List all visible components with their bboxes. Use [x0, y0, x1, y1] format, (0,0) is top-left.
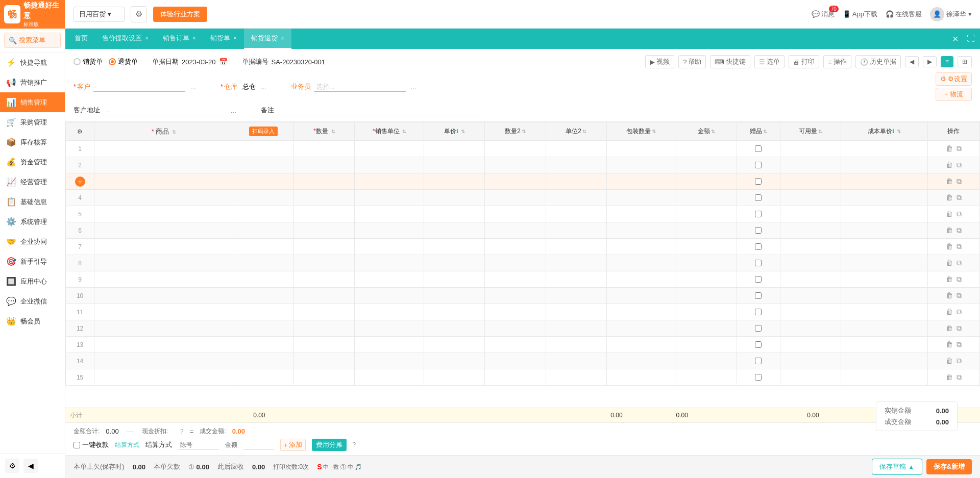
- available-cell[interactable]: [780, 288, 841, 304]
- expense-help-icon[interactable]: ?: [353, 441, 356, 448]
- quantity2-cell[interactable]: [485, 141, 546, 157]
- shortcut-btn[interactable]: ⌨ 快捷键: [710, 55, 750, 68]
- sidebar-item-apps[interactable]: 🔲 应用中心: [0, 271, 65, 291]
- sale-unit-cell[interactable]: [355, 369, 424, 386]
- cost-price-cell[interactable]: [841, 157, 927, 173]
- quantity-cell[interactable]: [294, 173, 355, 190]
- quantity2-cell[interactable]: [485, 271, 546, 288]
- unit-price-cell[interactable]: [424, 271, 485, 288]
- cost-price-cell[interactable]: [841, 320, 927, 337]
- sidebar-item-purchase[interactable]: 🛒 采购管理: [0, 112, 65, 132]
- sidebar-item-operations[interactable]: 📈 经营管理: [0, 172, 65, 192]
- amount-cell[interactable]: [676, 255, 737, 271]
- delete-row-button[interactable]: 🗑: [946, 357, 953, 365]
- sidebar-item-system[interactable]: ⚙️ 系统管理: [0, 212, 65, 232]
- delete-row-button[interactable]: 🗑: [946, 340, 953, 348]
- gift-checkbox[interactable]: [755, 341, 762, 348]
- radio-delivery[interactable]: 销货单: [74, 57, 103, 66]
- product-cell[interactable]: [94, 337, 233, 353]
- cost-price-cell[interactable]: [841, 190, 927, 206]
- tab-sale-price[interactable]: 售价提取设置 ×: [95, 29, 156, 49]
- unit-price-cell[interactable]: [424, 173, 485, 190]
- gift-cell[interactable]: [737, 320, 780, 337]
- amount-cell[interactable]: [676, 353, 737, 369]
- unit2-cell[interactable]: [546, 320, 606, 337]
- list-view-btn[interactable]: ⊞: [958, 56, 972, 67]
- nav-prev-btn[interactable]: ◀: [905, 56, 919, 67]
- unit-price-cell[interactable]: [424, 320, 485, 337]
- sidebar-item-basic[interactable]: 📋 基础信息: [0, 192, 65, 212]
- quantity2-cell[interactable]: [485, 255, 546, 271]
- amount-cell[interactable]: [676, 337, 737, 353]
- expense-split-button[interactable]: 费用分摊: [312, 439, 347, 451]
- unit2-cell[interactable]: [546, 190, 606, 206]
- available-cell[interactable]: [780, 190, 841, 206]
- package-qty-cell[interactable]: [606, 222, 676, 239]
- product-cell[interactable]: [94, 304, 233, 320]
- copy-row-button[interactable]: ⧉: [957, 144, 962, 153]
- delete-row-button[interactable]: 🗑: [946, 275, 953, 283]
- sale-unit-cell[interactable]: [355, 222, 424, 239]
- quantity-cell[interactable]: [294, 320, 355, 337]
- sidebar-item-sales[interactable]: 📊 销售管理: [0, 92, 65, 112]
- unit2-cell[interactable]: [546, 173, 606, 190]
- amount-cell[interactable]: [676, 206, 737, 222]
- amount-cell[interactable]: [676, 141, 737, 157]
- select-btn[interactable]: ☰ 选单: [754, 55, 785, 68]
- tab-sale-delivery-close[interactable]: ×: [233, 35, 237, 42]
- unit-price-cell[interactable]: [424, 304, 485, 320]
- available-cell[interactable]: [780, 304, 841, 320]
- gift-sort-icon[interactable]: ⇅: [763, 129, 767, 134]
- sale-unit-cell[interactable]: [355, 255, 424, 271]
- app-download-button[interactable]: 📱 App下载: [843, 10, 877, 19]
- sale-unit-cell[interactable]: [355, 337, 424, 353]
- video-btn[interactable]: ▶ 视频: [645, 55, 674, 68]
- sale-unit-cell[interactable]: [355, 239, 424, 255]
- unit-price-cell[interactable]: [424, 141, 485, 157]
- available-cell[interactable]: [780, 353, 841, 369]
- copy-row-button[interactable]: ⧉: [957, 340, 962, 348]
- package-qty-cell[interactable]: [606, 141, 676, 157]
- package-qty-cell[interactable]: [606, 288, 676, 304]
- topbar-gear-button[interactable]: ⚙: [131, 6, 147, 22]
- available-cell[interactable]: [780, 222, 841, 239]
- quantity2-cell[interactable]: [485, 304, 546, 320]
- gift-checkbox[interactable]: [755, 178, 762, 185]
- copy-row-button[interactable]: ⧉: [957, 275, 962, 283]
- help-btn[interactable]: ? 帮助: [678, 55, 706, 68]
- tab-sale-price-close[interactable]: ×: [145, 35, 149, 42]
- delete-row-button[interactable]: 🗑: [946, 193, 953, 202]
- calendar-icon[interactable]: 📅: [219, 58, 228, 66]
- delete-row-button[interactable]: 🗑: [946, 308, 953, 316]
- gift-cell[interactable]: [737, 353, 780, 369]
- unit-price-info-icon[interactable]: ℹ: [456, 128, 458, 134]
- sale-unit-cell[interactable]: [355, 304, 424, 320]
- settlement-method-btn[interactable]: 结算方式: [115, 441, 139, 449]
- package-qty-cell[interactable]: [606, 304, 676, 320]
- operate-btn[interactable]: ≡ 操作: [823, 55, 851, 68]
- available-cell[interactable]: [780, 173, 841, 190]
- copy-row-button[interactable]: ⧉: [957, 357, 962, 365]
- quantity2-cell[interactable]: [485, 190, 546, 206]
- quantity2-cell[interactable]: [485, 206, 546, 222]
- unit-price-cell[interactable]: [424, 190, 485, 206]
- add-expense-button[interactable]: + 添加: [280, 439, 306, 451]
- sale-unit-sort-icon[interactable]: ⇅: [402, 129, 406, 134]
- available-cell[interactable]: [780, 337, 841, 353]
- sidebar-collapse-button[interactable]: ◀: [23, 459, 38, 473]
- copy-row-button[interactable]: ⧉: [957, 373, 962, 381]
- delete-row-button[interactable]: 🗑: [946, 161, 953, 169]
- one-click-payment-checkbox[interactable]: 一键收款: [74, 440, 109, 449]
- sidebar-item-inventory[interactable]: 📦 库存核算: [0, 132, 65, 152]
- quantity-cell[interactable]: [294, 255, 355, 271]
- amount-cell[interactable]: [676, 222, 737, 239]
- product-cell[interactable]: [94, 157, 233, 173]
- quantity-cell[interactable]: [294, 190, 355, 206]
- amount-sort-icon[interactable]: ⇅: [711, 129, 715, 134]
- gift-checkbox[interactable]: [755, 194, 762, 201]
- amount-cell[interactable]: [676, 157, 737, 173]
- gift-cell[interactable]: [737, 288, 780, 304]
- quantity-cell[interactable]: [294, 222, 355, 239]
- quantity-cell[interactable]: [294, 271, 355, 288]
- copy-row-button[interactable]: ⧉: [957, 324, 962, 332]
